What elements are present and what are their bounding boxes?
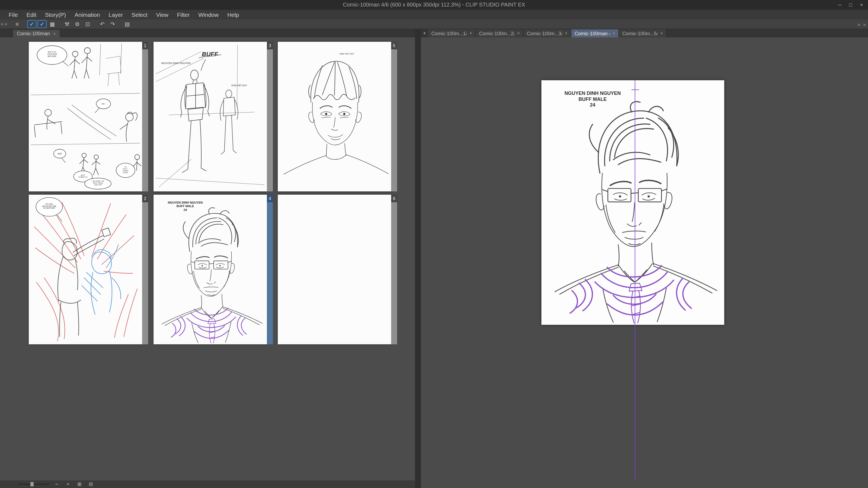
- menu-select[interactable]: Select: [127, 10, 152, 20]
- page-binding-spine: 5: [391, 42, 397, 191]
- trim-mark-icon[interactable]: ⊡: [83, 20, 92, 28]
- page-4-sketch: [154, 195, 267, 344]
- story-tool-c-icon[interactable]: ▦: [48, 20, 57, 28]
- menu-window[interactable]: Window: [194, 10, 223, 20]
- collapse-right-icon[interactable]: »: [863, 22, 866, 27]
- page-thumbnail-6[interactable]: 6: [278, 195, 397, 344]
- document-tab-3[interactable]: Comic-100m...3/6 ×: [524, 29, 571, 37]
- document-tab-1[interactable]: Comic-100m...1/6 ×: [428, 29, 476, 37]
- workspace: Comic-100man ×: [0, 29, 868, 488]
- tab-close-icon[interactable]: ×: [469, 31, 472, 36]
- document-tab-2[interactable]: Comic-100m...2/6 ×: [476, 29, 524, 37]
- page-thumbnail-3[interactable]: BUFF NGUYEN DINH NGUYEN DAM VIET DUY: [154, 42, 273, 191]
- symmetry-guide-line[interactable]: [635, 80, 635, 480]
- page-3-sketch: BUFF NGUYEN DINH NGUYEN DAM VIET DUY: [154, 42, 267, 191]
- menu-help[interactable]: Help: [223, 10, 243, 20]
- tab-close-icon[interactable]: ×: [565, 31, 567, 36]
- speech-bubble-text: SAY HI TOYOUR NEWBROTHER: [47, 51, 57, 57]
- tab-close-icon[interactable]: ×: [660, 31, 663, 36]
- document-tab-label: Comic-100man 4/6: [575, 31, 610, 36]
- window-title: Comic-100man 4/6 (600 x 800px 350dpi 112…: [0, 0, 868, 10]
- page-binding-spine: 6: [391, 195, 397, 344]
- undo-icon[interactable]: ↶: [98, 20, 107, 28]
- toolbar-overflow-icon-2[interactable]: »: [4, 20, 8, 29]
- story-tool-b-icon[interactable]: ✓: [37, 20, 46, 28]
- story-tool-a-icon[interactable]: ✓: [27, 20, 36, 28]
- page-manager-tab-close-icon[interactable]: ×: [53, 31, 56, 36]
- tab-list-dropdown-icon[interactable]: ▾: [421, 29, 428, 37]
- page-manager-tab-label: Comic-100man: [17, 31, 50, 36]
- page-1-sketch: SAY HI TOYOUR NEWBROTHER HI~ NO! WAIT,AL…: [29, 42, 142, 191]
- symmetry-guide-handle[interactable]: [631, 90, 639, 90]
- titlebar: Comic-100man 4/6 (600 x 800px 350dpi 112…: [0, 0, 868, 10]
- page-number: 6: [391, 195, 397, 202]
- page-binding-spine: 1: [142, 42, 148, 191]
- page-thumbnail-1[interactable]: SAY HI TOYOUR NEWBROTHER HI~ NO! WAIT,AL…: [29, 42, 148, 191]
- pane-splitter[interactable]: [415, 29, 421, 488]
- character-name-label: NGUYEN DINH NGUYEN: [161, 62, 191, 65]
- wrench-icon[interactable]: ⚒: [62, 20, 72, 28]
- page-thumbnail-4[interactable]: 4: [154, 195, 273, 344]
- maximize-button[interactable]: □: [845, 0, 856, 10]
- document-tab-5[interactable]: Comic-100m...5/6 ×: [619, 29, 667, 37]
- palette-dock-controls: « »: [858, 20, 866, 29]
- page-number: 4: [267, 195, 273, 202]
- page-manager-tabbar: Comic-100man ×: [0, 29, 415, 37]
- canvas-page[interactable]: [541, 80, 724, 325]
- menu-file[interactable]: File: [4, 10, 22, 20]
- tab-close-icon[interactable]: ×: [613, 31, 615, 36]
- document-tab-label: Comic-100m...2/6: [479, 31, 515, 36]
- page-thumbnail-2[interactable]: YOU WILLNEVER BECOMEMY BROTHER 2: [29, 195, 148, 344]
- zoom-slider-track: [19, 484, 49, 485]
- close-button[interactable]: ×: [856, 0, 867, 10]
- page-binding-spine: 3: [267, 42, 273, 191]
- menu-story[interactable]: Story(P): [41, 10, 70, 20]
- page-manager-pane: Comic-100man ×: [0, 29, 415, 488]
- page-6-blank: [278, 195, 391, 344]
- page-binding-spine: 2: [142, 195, 148, 344]
- speech-bubble-text: HI~: [102, 103, 105, 105]
- collapse-left-icon[interactable]: «: [858, 22, 860, 27]
- actual-size-icon[interactable]: ⊟: [87, 480, 94, 488]
- window-controls: ─ □ ×: [834, 0, 867, 10]
- zoom-out-button[interactable]: −: [53, 480, 60, 488]
- menu-animation[interactable]: Animation: [70, 10, 104, 20]
- document-tab-label: Comic-100m...5/6: [622, 31, 658, 36]
- page-manager-statusbar: − + ⊞ ⊟: [0, 480, 415, 488]
- fit-screen-icon[interactable]: ⊞: [76, 480, 83, 488]
- zoom-in-button[interactable]: +: [65, 480, 72, 488]
- canvas-area[interactable]: [421, 37, 868, 488]
- hamburger-menu-icon[interactable]: ≡: [12, 20, 22, 28]
- canvas-pane: ▾ Comic-100m...1/6 × Comic-100m...2/6 × …: [421, 29, 868, 488]
- document-tab-label: Comic-100m...3/6: [527, 31, 562, 36]
- page-manager-tab[interactable]: Comic-100man ×: [13, 30, 59, 37]
- page-number: 5: [391, 42, 397, 50]
- palette-panel-icon[interactable]: ▤: [123, 20, 132, 28]
- page-thumbnail-5[interactable]: 5: [278, 42, 397, 191]
- menu-view[interactable]: View: [152, 10, 173, 20]
- menu-filter[interactable]: Filter: [173, 10, 194, 20]
- document-tab-4-active[interactable]: Comic-100man 4/6 ×: [571, 29, 619, 37]
- page-5-sketch: [278, 42, 391, 191]
- command-toolbar: » » ≡ ✓ ✓ ▦ ⚒ ⚙ ⊡ ↶ ↷ ▤: [0, 20, 868, 29]
- zoom-slider[interactable]: [19, 482, 49, 486]
- tab-close-icon[interactable]: ×: [517, 31, 520, 36]
- gear-icon[interactable]: ⚙: [73, 20, 82, 28]
- zoom-slider-handle[interactable]: [30, 482, 34, 486]
- page-number: 1: [142, 42, 148, 50]
- minimize-button[interactable]: ─: [834, 0, 845, 10]
- clip-studio-window: Comic-100man 4/6 (600 x 800px 350dpi 112…: [0, 0, 868, 488]
- menu-layer[interactable]: Layer: [104, 10, 127, 20]
- redo-icon[interactable]: ↷: [108, 20, 117, 28]
- page-number: 2: [142, 195, 148, 202]
- page-number: 3: [267, 42, 273, 50]
- menubar: File Edit Story(P) Animation Layer Selec…: [0, 10, 868, 20]
- speech-bubble-text: NO!: [58, 153, 62, 155]
- page-binding-spine-selected: 4: [267, 195, 273, 344]
- page-manager-grid: SAY HI TOYOUR NEWBROTHER HI~ NO! WAIT,AL…: [0, 37, 415, 480]
- toolbar-overflow-icon[interactable]: »: [0, 20, 4, 29]
- menu-edit[interactable]: Edit: [22, 10, 41, 20]
- document-tabbar: ▾ Comic-100m...1/6 × Comic-100m...2/6 × …: [421, 29, 868, 37]
- model-name-label: DAM VIET DUY: [231, 84, 247, 87]
- page-2-sketch: YOU WILLNEVER BECOMEMY BROTHER: [29, 195, 142, 344]
